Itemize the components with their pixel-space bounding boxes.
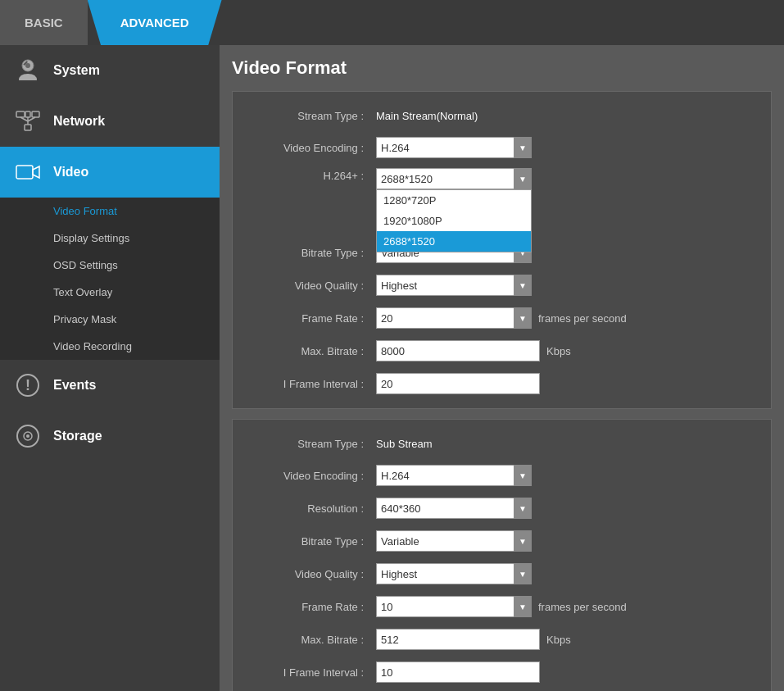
sidebar-subitem-text-overlay[interactable]: Text Overlay xyxy=(0,279,220,306)
main-video-encoding-field[interactable]: ▼ xyxy=(376,137,532,158)
sub-video-quality-input[interactable] xyxy=(376,563,532,584)
sub-max-bitrate-field[interactable] xyxy=(376,629,540,650)
sub-video-encoding-dropdown-btn[interactable]: ▼ xyxy=(514,465,532,486)
sidebar-label-storage: Storage xyxy=(53,429,102,443)
video-icon xyxy=(12,157,43,188)
sub-bitrate-type-field[interactable]: ▼ xyxy=(376,530,532,552)
main-video-quality-field[interactable]: ▼ xyxy=(376,275,532,296)
main-iframe-row: I Frame Interval : xyxy=(233,367,771,400)
sidebar-label-video: Video xyxy=(53,165,88,180)
main-h264plus-label: H.264+ : xyxy=(245,168,376,182)
main-video-encoding-label: Video Encoding : xyxy=(245,142,376,154)
sub-iframe-field[interactable] xyxy=(376,661,540,683)
sidebar-subitem-osd-settings[interactable]: OSD Settings xyxy=(0,252,220,279)
sub-resolution-input[interactable] xyxy=(376,498,532,519)
sub-iframe-row: I Frame Interval : xyxy=(233,656,771,689)
content-area: Video Format Stream Type : Main Stream(N… xyxy=(220,45,784,691)
resolution-option-1080p[interactable]: 1920*1080P xyxy=(377,211,531,231)
svg-rect-5 xyxy=(32,111,39,117)
sub-frame-rate-field[interactable]: ▼ xyxy=(376,596,532,617)
main-stream-type-row: Stream Type : Main Stream(Normal) xyxy=(233,100,771,131)
sidebar-item-events[interactable]: ! Events xyxy=(0,360,220,411)
resolution-dropdown-btn[interactable]: ▼ xyxy=(514,168,532,189)
sub-bitrate-type-input[interactable] xyxy=(376,530,532,552)
main-video-quality-dropdown-btn[interactable]: ▼ xyxy=(514,275,532,296)
tab-advanced[interactable]: ADVANCED xyxy=(88,0,222,45)
sidebar: System Network xyxy=(0,45,220,691)
events-icon: ! xyxy=(12,370,43,401)
svg-point-1 xyxy=(25,63,30,68)
sub-frame-rate-input[interactable] xyxy=(376,596,532,617)
sidebar-label-system: System xyxy=(53,63,100,78)
main-frame-rate-label: Frame Rate : xyxy=(245,312,376,325)
main-video-encoding-dropdown-btn[interactable]: ▼ xyxy=(514,137,532,158)
sidebar-video-subitems: Video Format Display Settings OSD Settin… xyxy=(0,198,220,360)
resolution-field[interactable]: ▼ xyxy=(376,168,532,189)
sub-stream-type-label: Stream Type : xyxy=(245,438,376,450)
sidebar-item-system[interactable]: System xyxy=(0,45,220,96)
sub-video-encoding-field[interactable]: ▼ xyxy=(376,465,532,486)
main-frame-rate-dropdown-btn[interactable]: ▼ xyxy=(514,307,532,329)
main-iframe-input[interactable] xyxy=(376,373,540,394)
sidebar-label-network: Network xyxy=(53,114,105,129)
sub-frame-rate-label: Frame Rate : xyxy=(245,601,376,613)
main-frame-rate-row: Frame Rate : ▼ frames per second xyxy=(233,302,771,334)
main-video-quality-label: Video Quality : xyxy=(245,280,376,292)
main-frame-rate-unit: frames per second xyxy=(538,312,627,325)
sub-video-encoding-input[interactable] xyxy=(376,465,532,486)
sub-iframe-input[interactable] xyxy=(376,661,540,683)
main-video-quality-input[interactable] xyxy=(376,275,532,296)
sub-stream-type-value: Sub Stream xyxy=(376,438,433,450)
sidebar-subitem-display-settings[interactable]: Display Settings xyxy=(0,225,220,252)
resolution-input-row: ▼ xyxy=(376,168,532,189)
main-layout: System Network xyxy=(0,45,784,691)
sub-video-quality-dropdown-btn[interactable]: ▼ xyxy=(514,563,532,584)
resolution-input[interactable] xyxy=(376,168,532,189)
main-iframe-label: I Frame Interval : xyxy=(245,378,376,390)
sub-stream-section: Stream Type : Sub Stream Video Encoding … xyxy=(232,419,772,691)
main-max-bitrate-input[interactable] xyxy=(376,340,540,361)
main-video-quality-row: Video Quality : ▼ xyxy=(233,269,771,302)
sidebar-subitem-privacy-mask[interactable]: Privacy Mask xyxy=(0,306,220,333)
svg-rect-10 xyxy=(16,166,33,179)
sub-max-bitrate-input[interactable] xyxy=(376,629,540,650)
sub-resolution-label: Resolution : xyxy=(245,502,376,515)
sidebar-subitem-video-format[interactable]: Video Format xyxy=(0,198,220,225)
main-max-bitrate-field[interactable] xyxy=(376,340,540,361)
sidebar-item-video[interactable]: Video xyxy=(0,147,220,198)
sub-frame-rate-row: Frame Rate : ▼ frames per second xyxy=(233,590,771,623)
sub-max-bitrate-label: Max. Bitrate : xyxy=(245,634,376,646)
sub-max-bitrate-row: Max. Bitrate : Kbps xyxy=(233,623,771,656)
sub-video-quality-label: Video Quality : xyxy=(245,568,376,580)
resolution-option-1520[interactable]: 2688*1520 xyxy=(377,231,531,252)
sub-bitrate-type-dropdown-btn[interactable]: ▼ xyxy=(514,530,532,552)
sub-video-encoding-label: Video Encoding : xyxy=(245,470,376,482)
page-title: Video Format xyxy=(232,57,772,79)
sub-resolution-field[interactable]: ▼ xyxy=(376,498,532,519)
main-max-bitrate-unit: Kbps xyxy=(546,345,571,357)
main-max-bitrate-label: Max. Bitrate : xyxy=(245,345,376,357)
main-frame-rate-input[interactable] xyxy=(376,307,532,329)
main-frame-rate-field[interactable]: ▼ xyxy=(376,307,532,329)
main-iframe-field[interactable] xyxy=(376,373,540,394)
sub-bitrate-type-row: Bitrate Type : ▼ xyxy=(233,525,771,557)
tab-basic[interactable]: BASIC xyxy=(0,0,88,45)
sub-video-quality-field[interactable]: ▼ xyxy=(376,563,532,584)
top-tab-bar: BASIC ADVANCED xyxy=(0,0,784,45)
sidebar-item-network[interactable]: Network xyxy=(0,96,220,147)
sub-resolution-dropdown-btn[interactable]: ▼ xyxy=(514,498,532,519)
main-stream-type-label: Stream Type : xyxy=(245,110,376,122)
svg-rect-4 xyxy=(25,111,30,117)
resolution-option-720p[interactable]: 1280*720P xyxy=(377,190,531,211)
sidebar-subitem-video-recording[interactable]: Video Recording xyxy=(0,333,220,360)
sub-frame-rate-unit: frames per second xyxy=(538,601,627,613)
main-stream-type-value: Main Stream(Normal) xyxy=(376,110,478,122)
sub-frame-rate-dropdown-btn[interactable]: ▼ xyxy=(514,596,532,617)
sub-stream-type-row: Stream Type : Sub Stream xyxy=(233,428,771,459)
sub-max-bitrate-unit: Kbps xyxy=(546,634,571,646)
sidebar-label-events: Events xyxy=(53,378,96,393)
svg-point-16 xyxy=(26,434,29,438)
sub-video-encoding-row: Video Encoding : ▼ xyxy=(233,459,771,492)
sidebar-item-storage[interactable]: Storage xyxy=(0,411,220,461)
main-video-encoding-input[interactable] xyxy=(376,137,532,158)
